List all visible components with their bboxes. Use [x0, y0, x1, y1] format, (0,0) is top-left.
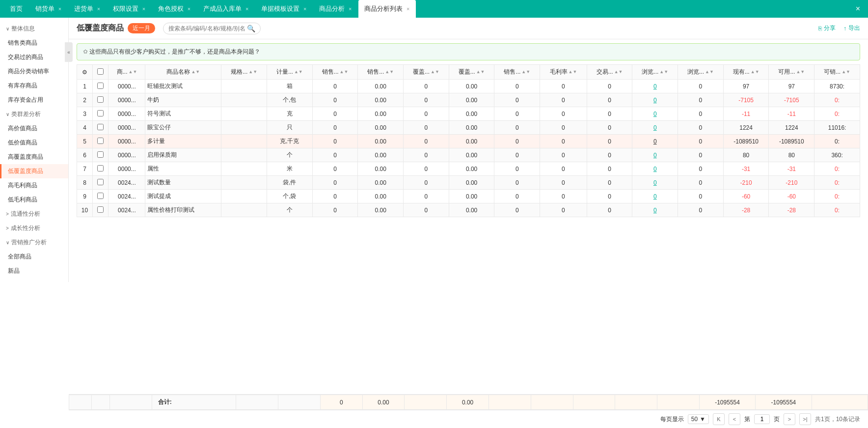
row-browse1[interactable]: 0 — [632, 80, 678, 93]
row-browse1[interactable]: 0 — [632, 121, 678, 135]
last-page-btn[interactable]: >| — [799, 413, 811, 425]
th-sales-days[interactable]: 销售... ▲▼ — [494, 65, 540, 80]
sidebar-item-low-value[interactable]: 低价值商品 — [0, 136, 68, 150]
th-cov2[interactable]: 覆盖... ▲▼ — [449, 65, 494, 80]
nav-product-analysis[interactable]: 商品分析 × — [313, 0, 357, 18]
prev-page-btn[interactable]: < — [729, 413, 740, 425]
row-browse2: 0 — [678, 203, 724, 217]
nav-template[interactable]: 单据模板设置 × — [255, 0, 312, 18]
next-page-btn[interactable]: > — [784, 413, 795, 425]
row-checkbox[interactable] — [93, 190, 108, 203]
row-checkbox[interactable] — [93, 176, 108, 190]
sidebar-item-sales-products[interactable]: 销售类商品 — [0, 36, 68, 50]
row-checkbox[interactable] — [93, 203, 108, 217]
close-icon[interactable]: × — [58, 6, 61, 12]
nav-sales[interactable]: 销货单 × — [29, 0, 67, 18]
sidebar-item-category-rate[interactable]: 商品分类动销率 — [0, 64, 68, 79]
sidebar-item-traded-products[interactable]: 交易过的商品 — [0, 50, 68, 64]
row-select-checkbox[interactable] — [97, 206, 104, 213]
row-browse1[interactable]: 0 — [632, 93, 678, 107]
sidebar-item-capital[interactable]: 库存资金占用 — [0, 93, 68, 107]
th-code[interactable]: 商... ▲▼ — [108, 65, 145, 80]
first-page-btn[interactable]: K — [713, 413, 725, 425]
row-browse1[interactable]: 0 — [632, 190, 678, 203]
window-close-btn[interactable]: × — [852, 4, 864, 13]
row-browse1[interactable]: 0 — [632, 135, 678, 148]
th-spec[interactable]: 规格... ▲▼ — [221, 65, 267, 80]
nav-roles[interactable]: 角色授权 × — [152, 0, 196, 18]
nav-permissions[interactable]: 权限设置 × — [107, 0, 151, 18]
sidebar-item-low-coverage[interactable]: 低覆盖度商品 — [0, 164, 68, 178]
th-sales-amt[interactable]: 销售... ▲▼ — [358, 65, 404, 80]
nav-product-analysis-list[interactable]: 商品分析列表 × — [358, 0, 415, 18]
page-size-selector[interactable]: 50 ▼ — [688, 414, 709, 424]
export-button[interactable]: ↑ 导出 — [843, 24, 860, 32]
nav-purchase[interactable]: 进货单 × — [68, 0, 106, 18]
th-available[interactable]: 可用... ▲▼ — [769, 65, 814, 80]
th-unit[interactable]: 计量... ▲▼ — [267, 65, 312, 80]
period-button[interactable]: 近一月 — [128, 23, 155, 33]
sidebar-section-circulation[interactable]: > 流通性分析 — [0, 207, 68, 221]
sidebar-item-high-margin[interactable]: 高毛利商品 — [0, 178, 68, 193]
row-select-checkbox[interactable] — [97, 138, 104, 144]
row-browse1[interactable]: 0 — [632, 162, 678, 176]
sidebar-item-new-products[interactable]: 新品 — [0, 264, 68, 278]
row-browse1[interactable]: 0 — [632, 148, 678, 162]
close-icon[interactable]: × — [407, 6, 409, 12]
row-select-checkbox[interactable] — [97, 110, 104, 116]
search-input[interactable] — [168, 25, 247, 32]
row-checkbox[interactable] — [93, 148, 108, 162]
close-icon[interactable]: × — [97, 6, 100, 12]
th-browse2[interactable]: 浏览... ▲▼ — [678, 65, 724, 80]
sidebar-item-high-coverage[interactable]: 高覆盖度商品 — [0, 150, 68, 164]
row-name: 启用保质期 — [145, 148, 221, 162]
row-checkbox[interactable] — [93, 121, 108, 135]
row-select-checkbox[interactable] — [97, 151, 104, 158]
row-checkbox[interactable] — [93, 93, 108, 107]
table-wrapper[interactable]: ⚙ 商... ▲▼ 商品名称 ▲▼ — [69, 64, 868, 394]
sidebar-item-all-products[interactable]: 全部商品 — [0, 250, 68, 264]
nav-home[interactable]: 首页 — [4, 0, 28, 18]
th-sales-qty[interactable]: 销售... ▲▼ — [312, 65, 358, 80]
sidebar-collapse-btn[interactable]: « — [65, 42, 73, 62]
sidebar-section-overall[interactable]: ∨ 整体信息 — [0, 22, 68, 36]
th-current[interactable]: 现有... ▲▼ — [723, 65, 769, 80]
main-layout: ∨ 整体信息 销售类商品 交易过的商品 商品分类动销率 有库存商品 库存资金占用… — [0, 18, 868, 428]
share-button[interactable]: ⎘ 分享 — [818, 24, 836, 32]
row-select-checkbox[interactable] — [97, 83, 104, 89]
sidebar-section-marketing[interactable]: ∨ 营销推广分析 — [0, 235, 68, 250]
row-checkbox[interactable] — [93, 135, 108, 148]
row-select-checkbox[interactable] — [97, 124, 104, 130]
close-icon[interactable]: × — [303, 6, 306, 12]
row-select-checkbox[interactable] — [97, 179, 104, 185]
row-checkbox[interactable] — [93, 162, 108, 176]
th-cov1[interactable]: 覆盖... ▲▼ — [404, 65, 449, 80]
row-browse1[interactable]: 0 — [632, 203, 678, 217]
th-name[interactable]: 商品名称 ▲▼ — [145, 65, 221, 80]
sidebar-item-low-margin[interactable]: 低毛利商品 — [0, 193, 68, 207]
select-all-checkbox[interactable] — [97, 68, 104, 75]
row-checkbox[interactable] — [93, 107, 108, 121]
search-icon[interactable]: 🔍 — [247, 25, 255, 32]
th-settings[interactable]: ⚙ — [77, 65, 93, 80]
row-checkbox[interactable] — [93, 80, 108, 93]
page-number-input[interactable] — [754, 414, 770, 424]
row-select-checkbox[interactable] — [97, 165, 104, 171]
th-trade[interactable]: 交易... ▲▼ — [587, 65, 632, 80]
row-browse1[interactable]: 0 — [632, 176, 678, 190]
row-select-checkbox[interactable] — [97, 193, 104, 199]
row-browse1[interactable]: 0 — [632, 107, 678, 121]
th-gross-rate[interactable]: 毛利率 ▲▼ — [540, 65, 587, 80]
th-sellable[interactable]: 可销... ▲▼ — [814, 65, 860, 80]
sidebar-item-in-stock[interactable]: 有库存商品 — [0, 79, 68, 93]
nav-inventory[interactable]: 产成品入库单 × — [197, 0, 254, 18]
th-browse1[interactable]: 浏览... ▲▼ — [632, 65, 678, 80]
close-icon[interactable]: × — [142, 6, 145, 12]
close-icon[interactable]: × — [245, 6, 248, 12]
sidebar-section-group-diff[interactable]: ∨ 类群差分析 — [0, 107, 68, 121]
close-icon[interactable]: × — [188, 6, 190, 12]
close-icon[interactable]: × — [349, 6, 352, 12]
sidebar-item-high-value[interactable]: 高价值商品 — [0, 121, 68, 136]
sidebar-section-growth[interactable]: > 成长性分析 — [0, 221, 68, 235]
row-select-checkbox[interactable] — [97, 96, 104, 103]
